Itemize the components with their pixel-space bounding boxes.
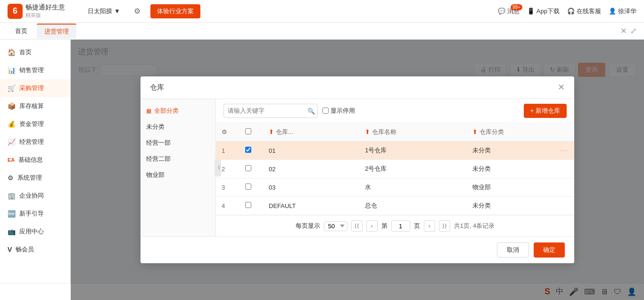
sidebar-label-operation: 经营管理 xyxy=(19,138,44,146)
th-name: ⬆仓库名称 xyxy=(359,123,467,142)
table-row[interactable]: 4 DEFAULT 总仓 未分类 xyxy=(216,197,574,215)
category-collapse-button[interactable]: 《 xyxy=(215,159,221,176)
show-disabled-checkbox[interactable] xyxy=(322,108,329,114)
content-area: 进货管理 按以下 🖨 打印 ⬇ 导出 ↻ 刷新 查询 设置 仓库 ✕ xyxy=(71,40,644,300)
sidebar-item-enterprise[interactable]: 🏢 企业协同 xyxy=(0,187,70,205)
sidebar-label-system: 系统管理 xyxy=(17,174,42,182)
home-icon: 🏠 xyxy=(8,49,16,56)
row-checkbox[interactable] xyxy=(245,165,251,171)
cancel-button[interactable]: 取消 xyxy=(497,242,529,258)
sidebar-item-purchase[interactable]: 🛒 采购管理 xyxy=(0,79,70,97)
confirm-button[interactable]: 确定 xyxy=(534,242,565,258)
online-service-item[interactable]: 🎧 在线客服 xyxy=(567,7,601,16)
dialog-close-button[interactable]: ✕ xyxy=(558,83,565,92)
cell-checkbox[interactable] xyxy=(239,178,263,197)
table-row[interactable]: 1 01 1号仓库 未分类··· xyxy=(216,141,574,160)
message-item[interactable]: 💬 消息 99+ xyxy=(498,7,520,16)
trial-button[interactable]: 体验行业方案 xyxy=(150,4,200,18)
newbie-icon: 🆕 xyxy=(8,210,16,217)
page-number-input[interactable] xyxy=(391,220,410,232)
store-name: 日太阳膜 xyxy=(88,7,112,16)
sidebar-label-vip: 畅会员 xyxy=(16,245,34,254)
sidebar-item-inventory[interactable]: 📦 库存核算 xyxy=(0,97,70,115)
select-all-checkbox[interactable] xyxy=(245,128,251,134)
grid-icon: ▦ xyxy=(146,108,151,114)
sidebar-item-operation[interactable]: 📈 经营管理 xyxy=(0,133,70,151)
sidebar-item-apps[interactable]: 📺 应用中心 xyxy=(0,223,70,241)
sidebar-item-newbie[interactable]: 🆕 新手引导 xyxy=(0,205,70,223)
tab-purchase[interactable]: 进货管理 xyxy=(37,24,76,39)
row-checkbox[interactable] xyxy=(245,202,251,208)
sidebar-label-newbie: 新手引导 xyxy=(19,209,44,218)
sidebar-item-vip[interactable]: V 畅会员 xyxy=(0,241,70,258)
warehouse-table: ⚙ ⬆仓库... xyxy=(216,123,574,216)
sidebar-label-inventory: 库存核算 xyxy=(19,102,44,110)
sales-icon: 📊 xyxy=(8,67,16,74)
cell-category: 物业部 xyxy=(467,178,574,197)
category-item-unclassified[interactable]: 未分类 xyxy=(140,119,215,135)
page-label: 第 xyxy=(381,222,388,230)
store-selector[interactable]: 日太阳膜 ▼ xyxy=(84,5,124,17)
sidebar-label-sales: 销售管理 xyxy=(19,66,44,75)
cell-checkbox[interactable] xyxy=(239,160,263,178)
table-row[interactable]: 2 02 2号仓库 未分类 xyxy=(216,160,574,178)
category-item-ops1[interactable]: 经营一部 xyxy=(140,135,215,151)
per-page-select[interactable]: 50 100 200 xyxy=(324,221,347,231)
page-next-button[interactable]: › xyxy=(424,220,435,232)
new-warehouse-button[interactable]: + 新增仓库 xyxy=(524,104,567,118)
dialog-overlay: 仓库 ✕ ▦ 全部分类 未分类 经营一部 经营二部 物业部 xyxy=(71,40,644,300)
search-input[interactable] xyxy=(223,104,318,118)
table-row[interactable]: 3 03 水 物业部 xyxy=(216,178,574,197)
cell-category: 未分类 xyxy=(467,160,574,178)
category-item-property[interactable]: 物业部 xyxy=(140,167,215,183)
sidebar: 🏠 首页 📊 销售管理 🛒 采购管理 📦 库存核算 💰 资金管理 📈 经营管理 … xyxy=(0,40,71,300)
app-download-item[interactable]: 📱 App下载 xyxy=(527,7,560,16)
row-menu-icon[interactable]: ··· xyxy=(561,147,569,154)
table-toolbar: 🔍 显示停用 + 新增仓库 xyxy=(216,99,574,123)
cell-num: 3 xyxy=(216,178,239,197)
user-item[interactable]: 👤 徐泽华 xyxy=(609,7,636,16)
finance-icon: 💰 xyxy=(8,120,16,128)
cell-name: 水 xyxy=(359,178,467,197)
sidebar-item-sales[interactable]: 📊 销售管理 xyxy=(0,61,70,79)
expand-tab-icon[interactable]: ⤢ xyxy=(630,26,636,35)
dialog-header: 仓库 ✕ xyxy=(140,76,574,99)
tab-home[interactable]: 首页 xyxy=(8,24,35,38)
operation-icon: 📈 xyxy=(8,138,16,146)
category-item-ops2[interactable]: 经营二部 xyxy=(140,151,215,167)
sort-icon-cat: ⬆ xyxy=(472,128,478,135)
close-tab-icon[interactable]: ✕ xyxy=(620,26,627,35)
cell-num: 1 xyxy=(216,141,239,160)
header-right: 💬 消息 99+ 📱 App下载 🎧 在线客服 👤 徐泽华 xyxy=(498,7,636,16)
online-service-label: 在线客服 xyxy=(577,7,601,16)
search-icon[interactable]: 🔍 xyxy=(307,107,315,114)
cell-category: 未分类 xyxy=(467,197,574,215)
nav-tabs: 首页 进货管理 ✕ ⤢ xyxy=(0,23,644,40)
category-panel: ▦ 全部分类 未分类 经营一部 经营二部 物业部 《 xyxy=(140,99,216,237)
cell-checkbox[interactable] xyxy=(239,197,263,215)
cell-code: 01 xyxy=(263,141,359,160)
dialog-footer: 取消 确定 xyxy=(140,236,574,263)
page-last-button[interactable]: ⟩⟩ xyxy=(439,220,450,232)
total-info: 共1页, 4条记录 xyxy=(454,222,495,230)
page-first-button[interactable]: ⟨⟨ xyxy=(351,220,363,232)
dialog-title: 仓库 xyxy=(150,83,164,92)
settings-icon[interactable]: ⚙ xyxy=(130,4,145,19)
sidebar-label-apps: 应用中心 xyxy=(19,227,44,236)
sidebar-item-finance[interactable]: 💰 资金管理 xyxy=(0,115,70,133)
cell-checkbox[interactable] xyxy=(239,141,263,160)
inventory-icon: 📦 xyxy=(8,102,16,110)
sidebar-item-basic[interactable]: EA 基础信息 xyxy=(0,151,70,169)
row-checkbox[interactable] xyxy=(245,147,251,153)
page-prev-button[interactable]: ‹ xyxy=(366,220,378,232)
sidebar-label-enterprise: 企业协同 xyxy=(19,192,44,200)
th-checkbox xyxy=(239,123,263,142)
per-page-label: 每页显示 xyxy=(296,222,320,230)
sidebar-item-system[interactable]: ⚙ 系统管理 xyxy=(0,169,70,187)
system-icon: ⚙ xyxy=(8,174,14,182)
row-checkbox[interactable] xyxy=(245,183,251,190)
sidebar-item-home[interactable]: 🏠 首页 xyxy=(0,43,70,61)
th-category: ⬆仓库分类 xyxy=(467,123,574,142)
category-header[interactable]: ▦ 全部分类 xyxy=(140,103,215,119)
data-table: ⚙ ⬆仓库... xyxy=(216,123,574,216)
